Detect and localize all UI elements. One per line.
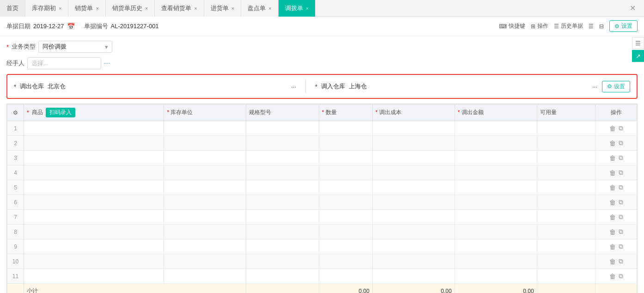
copy-row-6-icon[interactable]: ⧉ xyxy=(619,198,623,206)
delete-row-6-icon[interactable]: 🗑 xyxy=(609,199,616,206)
row-1-available[interactable] xyxy=(537,121,595,136)
row-7-available[interactable] xyxy=(537,210,595,225)
row-11-available[interactable] xyxy=(537,269,595,284)
row-1-amount[interactable] xyxy=(455,121,537,136)
row-3-unit[interactable] xyxy=(164,151,246,165)
row-4-unit[interactable] xyxy=(164,165,246,180)
row-10-available[interactable] xyxy=(537,254,595,269)
row-4-amount[interactable] xyxy=(455,165,537,180)
settings-col-header[interactable]: ⚙ xyxy=(7,104,24,121)
tab-home[interactable]: 首页 xyxy=(0,0,25,17)
scan-input-button[interactable]: 扫码录入 xyxy=(46,108,75,117)
row-7-spec[interactable] xyxy=(246,210,319,225)
tab-close-transfer-order[interactable]: × xyxy=(306,6,309,11)
delete-row-9-icon[interactable]: 🗑 xyxy=(609,243,616,250)
row-3-product[interactable] xyxy=(24,151,164,165)
delete-row-4-icon[interactable]: 🗑 xyxy=(609,169,616,177)
row-2-product[interactable] xyxy=(24,136,164,151)
tab-close-view-sales[interactable]: × xyxy=(194,6,197,11)
handler-more-btn[interactable]: ··· xyxy=(104,60,110,67)
copy-row-1-icon[interactable]: ⧉ xyxy=(619,124,623,132)
row-6-unit[interactable] xyxy=(164,195,246,210)
shortcuts-button[interactable]: ⌨ 快捷键 xyxy=(499,22,525,30)
row-5-unit[interactable] xyxy=(164,180,246,195)
copy-row-9-icon[interactable]: ⧉ xyxy=(619,243,623,250)
tab-inventory-init[interactable]: 库存期初 × xyxy=(25,0,68,17)
copy-row-2-icon[interactable]: ⧉ xyxy=(619,139,623,147)
tab-inventory-check[interactable]: 盘点单 × xyxy=(241,0,278,17)
row-2-qty[interactable] xyxy=(319,136,372,151)
row-10-spec[interactable] xyxy=(246,254,319,269)
tab-close-sales-history[interactable]: × xyxy=(145,6,148,11)
row-5-available[interactable] xyxy=(537,180,595,195)
sidebar-export-icon[interactable]: ↗ xyxy=(632,50,644,62)
row-10-cost[interactable] xyxy=(372,254,455,269)
row-9-product[interactable] xyxy=(24,239,164,254)
row-8-qty[interactable] xyxy=(319,225,372,239)
delete-row-2-icon[interactable]: 🗑 xyxy=(609,140,616,147)
history-button[interactable]: ☰ 历史单据 xyxy=(554,22,583,30)
row-8-spec[interactable] xyxy=(246,225,319,239)
row-10-product[interactable] xyxy=(24,254,164,269)
tab-close-inventory-init[interactable]: × xyxy=(59,6,61,11)
row-9-available[interactable] xyxy=(537,239,595,254)
settings-button[interactable]: ⚙ 设置 xyxy=(609,20,638,32)
row-8-unit[interactable] xyxy=(164,225,246,239)
tab-close-inventory-check[interactable]: × xyxy=(268,6,271,11)
row-11-qty[interactable] xyxy=(319,269,372,284)
row-9-spec[interactable] xyxy=(246,239,319,254)
row-6-spec[interactable] xyxy=(246,195,319,210)
in-warehouse-more-btn[interactable]: ··· xyxy=(592,83,597,90)
row-1-spec[interactable] xyxy=(246,121,319,136)
delete-row-3-icon[interactable]: 🗑 xyxy=(609,154,616,162)
row-1-qty[interactable] xyxy=(319,121,372,136)
handler-select[interactable]: 选择... xyxy=(27,57,101,69)
row-6-amount[interactable] xyxy=(455,195,537,210)
row-10-qty[interactable] xyxy=(319,254,372,269)
row-7-amount[interactable] xyxy=(455,210,537,225)
delete-row-8-icon[interactable]: 🗑 xyxy=(609,228,616,236)
row-5-spec[interactable] xyxy=(246,180,319,195)
copy-row-5-icon[interactable]: ⧉ xyxy=(619,183,623,191)
delete-row-7-icon[interactable]: 🗑 xyxy=(609,214,616,221)
row-4-product[interactable] xyxy=(24,165,164,180)
row-10-unit[interactable] xyxy=(164,254,246,269)
list-view-toggle[interactable]: ☰ xyxy=(589,23,594,30)
copy-row-4-icon[interactable]: ⧉ xyxy=(619,169,623,177)
row-4-spec[interactable] xyxy=(246,165,319,180)
delete-row-5-icon[interactable]: 🗑 xyxy=(609,184,616,191)
tab-sales-order[interactable]: 销货单 × xyxy=(68,0,105,17)
row-7-product[interactable] xyxy=(24,210,164,225)
tab-transfer-order[interactable]: 调拨单 × xyxy=(279,0,316,17)
row-3-amount[interactable] xyxy=(455,151,537,165)
row-5-qty[interactable] xyxy=(319,180,372,195)
tab-view-sales[interactable]: 查看销货单 × xyxy=(155,0,204,17)
calendar-icon[interactable]: 📅 xyxy=(67,23,75,30)
row-1-unit[interactable] xyxy=(164,121,246,136)
copy-row-11-icon[interactable]: ⧉ xyxy=(619,272,623,280)
row-9-qty[interactable] xyxy=(319,239,372,254)
row-11-spec[interactable] xyxy=(246,269,319,284)
row-3-available[interactable] xyxy=(537,151,595,165)
copy-row-7-icon[interactable]: ⧉ xyxy=(619,213,623,221)
copy-row-3-icon[interactable]: ⧉ xyxy=(619,154,623,162)
row-5-cost[interactable] xyxy=(372,180,455,195)
row-6-qty[interactable] xyxy=(319,195,372,210)
row-7-qty[interactable] xyxy=(319,210,372,225)
row-7-cost[interactable] xyxy=(372,210,455,225)
delete-row-1-icon[interactable]: 🗑 xyxy=(609,125,616,132)
window-close-button[interactable]: ✕ xyxy=(626,0,639,17)
row-2-spec[interactable] xyxy=(246,136,319,151)
row-10-amount[interactable] xyxy=(455,254,537,269)
row-5-amount[interactable] xyxy=(455,180,537,195)
row-3-qty[interactable] xyxy=(319,151,372,165)
row-2-unit[interactable] xyxy=(164,136,246,151)
copy-row-8-icon[interactable]: ⧉ xyxy=(619,228,623,236)
sidebar-list-icon[interactable]: ☰ xyxy=(632,37,644,49)
out-warehouse-more-btn[interactable]: ··· xyxy=(291,83,296,90)
row-2-available[interactable] xyxy=(537,136,595,151)
row-9-cost[interactable] xyxy=(372,239,455,254)
row-2-cost[interactable] xyxy=(372,136,455,151)
row-9-unit[interactable] xyxy=(164,239,246,254)
tab-purchase-order[interactable]: 进货单 × xyxy=(204,0,241,17)
